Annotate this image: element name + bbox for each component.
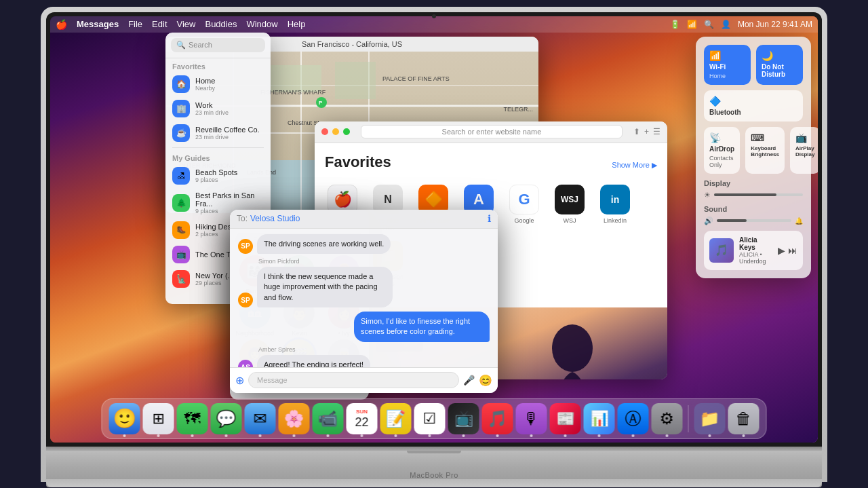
macbook-model-label: MacBook Pro	[410, 471, 458, 479]
song-title: Alicia Keys	[739, 236, 772, 251]
browser-url-bar[interactable]: Search or enter website name	[361, 125, 623, 138]
dock-notes[interactable]: 📝	[380, 403, 412, 434]
photos-dock-icon: 🌸	[284, 409, 304, 428]
calendar-day: 22	[348, 415, 376, 430]
menu-view[interactable]: View	[177, 19, 196, 29]
menu-file[interactable]: File	[128, 19, 142, 29]
fav-google-label: Google	[514, 217, 534, 224]
home-item-text: Home Nearby	[195, 77, 215, 92]
guides-section-title: My Guides	[165, 150, 271, 164]
tv-dock-icon: 📺	[454, 410, 473, 428]
song-artist: ALICIA • Underdog	[739, 251, 772, 265]
dock-tv[interactable]: 📺	[448, 403, 479, 434]
dock-reminders[interactable]: ☑	[414, 403, 446, 434]
dock-launchpad[interactable]: ⊞	[143, 403, 174, 434]
msg-row-3: Simon, I'd like to finesse the right sce…	[238, 312, 490, 342]
apple-menu[interactable]: 🍎	[56, 19, 67, 30]
coffee-icon: ☕	[172, 124, 190, 142]
volume-slider[interactable]	[717, 219, 791, 222]
dock-news[interactable]: 📰	[550, 403, 581, 434]
menu-help[interactable]: Help	[288, 19, 306, 29]
user-icon[interactable]: 👤	[721, 20, 731, 29]
menu-window[interactable]: Window	[246, 19, 277, 29]
cc-dnd-title: Do Not Disturb	[762, 63, 797, 78]
home-icon: 🏠	[172, 75, 190, 93]
macbook-hinge	[46, 447, 822, 451]
audio-icon[interactable]: 🎤	[463, 375, 475, 386]
dock-messages[interactable]: 💬	[211, 403, 242, 434]
messages-titlebar: To: Velosa Studio ℹ	[230, 210, 498, 229]
map-label-telegraph: TELEGR...	[503, 106, 533, 113]
apps-icon[interactable]: ⊕	[235, 374, 244, 387]
beach-icon: 🏖	[172, 167, 190, 185]
work-name: Work	[195, 101, 229, 109]
coffee-item-text: Reveille Coffee Co. 23 min drive	[195, 126, 260, 140]
dock-facetime[interactable]: 📹	[313, 403, 344, 434]
cc-bluetooth-tile[interactable]: 🔷 Bluetooth	[704, 90, 803, 121]
show-more-link[interactable]: Show More ▶	[612, 161, 657, 170]
cc-kb-tile[interactable]: ⌨ Keyboard Brightness	[745, 127, 785, 174]
control-center: 📶 Wi-Fi Home 🌙 Do Not Disturb 🔷 Bluetoot…	[696, 37, 811, 278]
msg-bubble-1: The driving scenes are working well.	[257, 234, 391, 254]
maps-location-label: San Francisco - California, US	[302, 40, 402, 48]
browser-share-icon[interactable]: ⬆	[633, 127, 640, 136]
menu-edit[interactable]: Edit	[152, 19, 167, 29]
fav-linkedin-icon: in	[600, 185, 630, 214]
dock-maps[interactable]: 🗺	[177, 403, 208, 434]
dock-calendar[interactable]: SUN 22	[347, 403, 378, 434]
cc-wifi-title: Wi-Fi	[709, 63, 745, 71]
app-name-menu[interactable]: Messages	[77, 19, 119, 29]
menu-buddies[interactable]: Buddies	[205, 19, 237, 29]
cc-airdrop-tile[interactable]: 📡 AirDrop Contacts Only	[704, 127, 740, 174]
fav-linkedin[interactable]: in LinkedIn	[597, 185, 633, 231]
battery-icon: 🔋	[670, 20, 680, 29]
dock-divider	[688, 405, 689, 432]
browser-maximize[interactable]	[343, 128, 350, 135]
as-avatar: AS	[238, 360, 253, 367]
cc-dnd-tile[interactable]: 🌙 Do Not Disturb	[756, 45, 803, 85]
parks-icon: 🌲	[172, 194, 190, 212]
fav-wsj[interactable]: WSJ WSJ	[552, 185, 587, 231]
cc-wifi-tile[interactable]: 📶 Wi-Fi Home	[704, 45, 751, 85]
browser-add-tab-icon[interactable]: +	[644, 127, 649, 136]
cc-airplay-tile[interactable]: 📺 AirPlay Display	[790, 127, 818, 174]
dock-music[interactable]: 🎵	[482, 403, 513, 434]
fav-google[interactable]: G Google	[507, 185, 542, 231]
maps-guide-beach[interactable]: 🏖 Beach Spots 9 places	[165, 164, 271, 188]
airplay-tile-icon: 📺	[795, 132, 814, 143]
dock-mail[interactable]: ✉	[245, 403, 276, 434]
kb-tile-icon: ⌨	[751, 132, 779, 143]
dock-podcasts[interactable]: 🎙	[516, 403, 547, 434]
airdrop-tile-icon: 📡	[709, 132, 734, 143]
search-icon[interactable]: 🔍	[704, 20, 714, 29]
messages-input-bar: ⊕ Message 🎤 😊	[230, 367, 498, 393]
dock-appstore[interactable]: Ⓐ	[618, 403, 649, 434]
browser-close[interactable]	[321, 128, 328, 135]
cc-airdrop-sub: Contacts Only	[709, 155, 734, 168]
dock-files[interactable]: 📁	[694, 403, 726, 434]
maps-fav-coffee[interactable]: ☕ Reveille Coffee Co. 23 min drive	[165, 121, 271, 145]
cc-bluetooth-title: Bluetooth	[709, 109, 797, 116]
finder-icon: 🙂	[113, 407, 136, 430]
reminders-dock-icon: ☑	[423, 410, 437, 428]
playback-controls[interactable]: ▶ ⏭	[778, 245, 797, 256]
maps-fav-home[interactable]: 🏠 Home Nearby	[165, 72, 271, 96]
maps-search-box[interactable]: 🔍 Search	[171, 38, 265, 52]
info-button[interactable]: ℹ	[488, 213, 491, 224]
play-pause-icon[interactable]: ▶	[778, 245, 785, 256]
browser-sidebar-icon[interactable]: ☰	[653, 127, 660, 136]
skip-forward-icon[interactable]: ⏭	[788, 245, 797, 256]
calendar-month: SUN	[348, 408, 376, 415]
message-input[interactable]: Message	[248, 372, 459, 388]
dock-settings[interactable]: ⚙	[652, 403, 683, 434]
browser-minimize[interactable]	[332, 128, 339, 135]
dock-photos[interactable]: 🌸	[279, 403, 310, 434]
dock-numbers[interactable]: 📊	[584, 403, 615, 434]
cc-wifi-sub: Home	[709, 73, 745, 79]
dock-trash[interactable]: 🗑	[728, 403, 760, 434]
emoji-icon[interactable]: 😊	[479, 374, 492, 387]
dock-finder[interactable]: 🙂	[109, 403, 140, 434]
macbook-speaker-notch	[407, 451, 461, 453]
brightness-slider[interactable]	[714, 193, 803, 196]
maps-fav-work[interactable]: 🏢 Work 23 min drive	[165, 96, 271, 121]
